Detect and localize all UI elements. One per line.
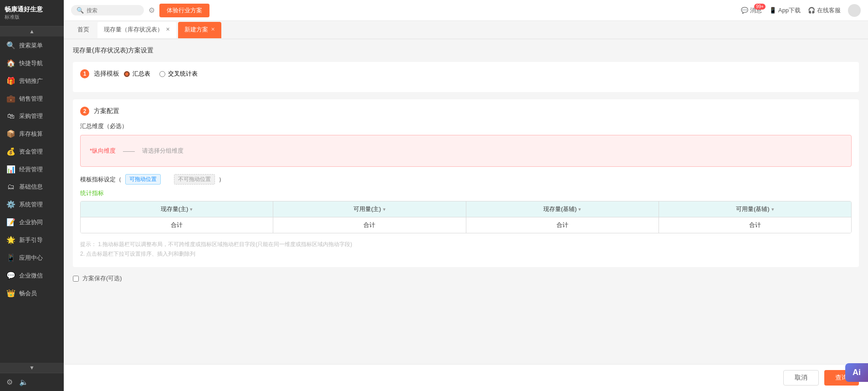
topbar: 🔍 ⚙ 体验行业方案 💬 消息 99+ 📱 App下载 🎧 在线客服 xyxy=(64,0,868,21)
tab-new-plan[interactable]: 新建方案 ✕ xyxy=(178,22,221,38)
online-service-label: 在线客服 xyxy=(817,6,841,15)
step2-header: 2 方案配置 xyxy=(80,107,852,116)
sidebar: 畅康通好生意 标准版 ▲ 🔍 搜索菜单 🏠 快捷导航 🎁 营销推广 💼 销售管理… xyxy=(0,0,64,391)
col-header-3[interactable]: 可用量(基辅) ▾ xyxy=(659,201,851,217)
sidebar-label-search: 搜索菜单 xyxy=(19,41,43,50)
sidebar-logo: 畅康通好生意 标准版 xyxy=(0,0,64,26)
tabs-bar: 首页 现存量（库存状况表） ✕ 新建方案 ✕ xyxy=(64,21,868,39)
tab-home[interactable]: 首页 xyxy=(71,22,96,38)
radio-summary-label: 汇总表 xyxy=(133,70,150,78)
app-download-label: App下载 xyxy=(778,6,801,15)
metrics-settings: 模板指标设定（ 可拖动位置 不可拖动位置 ） 统计指标 现存量(主) ▾ 可 xyxy=(80,174,852,258)
sidebar-label-purchase: 采购管理 xyxy=(19,112,43,120)
chevron-down-icon-3: ▾ xyxy=(771,206,774,212)
sidebar-item-guide[interactable]: 🌟 新手引导 xyxy=(0,231,64,249)
sidebar-scroll-down[interactable]: ▼ xyxy=(0,363,64,373)
search-input[interactable] xyxy=(87,7,132,14)
save-label[interactable]: 方案保存(可选) xyxy=(82,274,122,283)
industry-btn[interactable]: 体验行业方案 xyxy=(159,4,209,17)
radio-summary-input[interactable] xyxy=(124,71,130,77)
speaker-icon[interactable]: 🔈 xyxy=(19,378,28,386)
ai-badge[interactable]: Ai xyxy=(845,363,868,382)
col-header-0[interactable]: 现存量(主) ▾ xyxy=(81,201,273,217)
wechat-icon: 💬 xyxy=(6,271,15,280)
radio-summary[interactable]: 汇总表 xyxy=(124,70,150,78)
metrics-sep xyxy=(164,175,170,184)
guide-icon: 🌟 xyxy=(6,236,15,244)
sidebar-item-base[interactable]: 🗂 基础信息 xyxy=(0,178,64,196)
dimension-dash: —— xyxy=(123,148,135,154)
sidebar-label-guide: 新手引导 xyxy=(19,236,43,244)
col-header-1[interactable]: 可用量(主) ▾ xyxy=(273,201,466,217)
search-icon: 🔍 xyxy=(6,41,15,50)
metrics-header-row: 现存量(主) ▾ 可用量(主) ▾ 现存量(基辅) ▾ 可用量(基辅) xyxy=(81,201,851,217)
sidebar-item-purchase[interactable]: 🛍 采购管理 xyxy=(0,108,64,125)
base-icon: 🗂 xyxy=(6,183,15,191)
sidebar-item-sales[interactable]: 💼 销售管理 xyxy=(0,90,64,108)
tab-new-plan-close[interactable]: ✕ xyxy=(211,26,215,32)
col-data-2: 合计 xyxy=(466,217,659,233)
cancel-button[interactable]: 取消 xyxy=(783,370,819,386)
tab-home-label: 首页 xyxy=(77,26,89,34)
sidebar-label-finance: 资金管理 xyxy=(19,148,43,156)
sidebar-label-operations: 经营管理 xyxy=(19,165,43,174)
dimension-area[interactable]: *纵向维度 —— 请选择分组维度 xyxy=(80,135,852,167)
sidebar-item-member[interactable]: 👑 畅会员 xyxy=(0,284,64,302)
radio-cross[interactable]: 交叉统计表 xyxy=(159,70,198,78)
col-data-3: 合计 xyxy=(659,217,851,233)
topbar-search[interactable]: 🔍 xyxy=(71,5,144,15)
col-label-0: 现存量(主) xyxy=(161,205,189,213)
mobile-icon: 📱 xyxy=(769,7,776,14)
sidebar-label-marketing: 营销推广 xyxy=(19,77,43,85)
app-download-item[interactable]: 📱 App下载 xyxy=(769,6,801,15)
save-option: 方案保存(可选) xyxy=(73,274,859,283)
sidebar-item-shortcut[interactable]: 🏠 快捷导航 xyxy=(0,54,64,72)
sidebar-item-wechat[interactable]: 💬 企业微信 xyxy=(0,267,64,284)
col-label-3: 可用量(基辅) xyxy=(736,205,770,213)
message-item[interactable]: 💬 消息 99+ xyxy=(741,6,762,15)
contract-icon: 📝 xyxy=(6,218,15,226)
sidebar-item-operations[interactable]: 📊 经营管理 xyxy=(0,160,64,178)
tab-new-plan-label: 新建方案 xyxy=(184,26,208,34)
no-drag-badge: 不可拖动位置 xyxy=(174,174,215,185)
sidebar-item-apps[interactable]: 📱 应用中心 xyxy=(0,249,64,267)
chevron-down-icon-0: ▾ xyxy=(190,206,193,212)
col-label-1: 可用量(主) xyxy=(353,205,381,213)
sidebar-item-inventory[interactable]: 📦 库存核算 xyxy=(0,125,64,143)
tab-inventory-close[interactable]: ✕ xyxy=(166,26,170,32)
step2-section: 2 方案配置 汇总维度（必选） *纵向维度 —— 请选择分组维度 模板指标设定（… xyxy=(73,99,859,267)
sidebar-label-sales: 销售管理 xyxy=(19,95,43,103)
radio-cross-label: 交叉统计表 xyxy=(168,70,198,78)
step1-header: 1 选择模板 汇总表 交叉统计表 xyxy=(80,69,852,78)
sidebar-label-contract: 企业协同 xyxy=(19,218,43,226)
tab-inventory[interactable]: 现存量（库存状况表） ✕ xyxy=(97,22,176,38)
footer-buttons: 取消 查询 xyxy=(64,364,868,391)
radio-cross-input[interactable] xyxy=(159,71,165,77)
chevron-down-icon-2: ▾ xyxy=(578,206,581,212)
sidebar-item-finance[interactable]: 💰 资金管理 xyxy=(0,143,64,160)
step1-section: 1 选择模板 汇总表 交叉统计表 xyxy=(73,62,859,92)
user-avatar[interactable] xyxy=(848,4,861,17)
sidebar-item-contract[interactable]: 📝 企业协同 xyxy=(0,213,64,231)
message-icon: 💬 xyxy=(741,7,748,14)
sidebar-item-search[interactable]: 🔍 搜索菜单 xyxy=(0,36,64,54)
online-service-item[interactable]: 🎧 在线客服 xyxy=(808,6,841,15)
step1-badge: 1 xyxy=(80,69,89,78)
save-checkbox[interactable] xyxy=(73,276,79,282)
sidebar-item-marketing[interactable]: 🎁 营销推广 xyxy=(0,72,64,90)
inventory-icon: 📦 xyxy=(6,129,15,138)
col-header-2[interactable]: 现存量(基辅) ▾ xyxy=(466,201,659,217)
sidebar-item-system[interactable]: ⚙️ 系统管理 xyxy=(0,196,64,213)
drag-badge: 可拖动位置 xyxy=(125,174,161,185)
sidebar-bottom: ⚙ 🔈 xyxy=(0,373,64,391)
tips-section: 提示： 1.拖动标题栏可以调整布局，不可跨维度或指标区域拖动栏目字段(只能在同一… xyxy=(80,241,852,258)
sidebar-scroll-up[interactable]: ▲ xyxy=(0,26,64,36)
settings-icon[interactable]: ⚙ xyxy=(6,378,13,386)
gear-icon[interactable]: ⚙ xyxy=(148,6,155,15)
metrics-close-paren: ） xyxy=(219,175,225,184)
sidebar-label-member: 畅会员 xyxy=(19,289,37,298)
app-name: 畅康通好生意 xyxy=(5,5,59,14)
sidebar-label-system: 系统管理 xyxy=(19,201,43,209)
tip-2: 2. 点击标题栏下拉可设置排序、插入列和删除列 xyxy=(80,250,852,258)
sidebar-label-wechat: 企业微信 xyxy=(19,272,43,280)
